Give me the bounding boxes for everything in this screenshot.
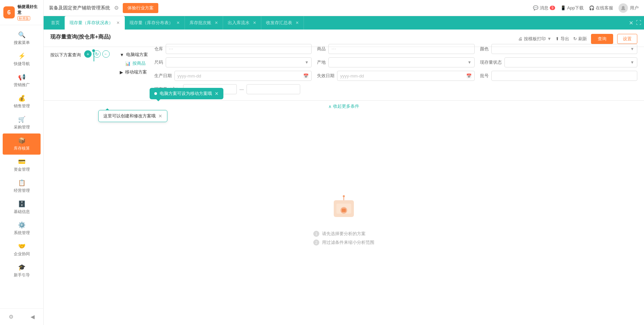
nav-label: 快捷导航 xyxy=(14,61,30,67)
sidebar-item-marketing[interactable]: 📢 营销推广 xyxy=(0,70,43,91)
header-settings-icon[interactable]: ⚙ xyxy=(114,5,119,11)
warehouse-select[interactable]: ··· xyxy=(166,44,312,54)
set-button[interactable]: 设置 xyxy=(617,34,637,44)
back-scheme-btn[interactable]: ← xyxy=(102,50,110,58)
tab-collect[interactable]: 收发存汇总表 ✕ xyxy=(261,16,304,30)
tab-close-btn[interactable]: ✕ xyxy=(116,20,120,25)
inventory-max-input[interactable] xyxy=(247,84,300,94)
nav-label: 搜索菜单 xyxy=(14,40,30,46)
desktop-scheme[interactable]: ▼ 电脑端方案 xyxy=(120,50,148,59)
goods-select[interactable]: ··· xyxy=(328,44,474,54)
sidebar-item-search[interactable]: 🔍 搜索菜单 xyxy=(0,28,43,49)
dropdown-arrow: ▼ xyxy=(630,60,634,65)
tab-home[interactable]: 首页 xyxy=(46,16,65,30)
tab-close-btn[interactable]: ✕ xyxy=(253,20,256,25)
experience-btn[interactable]: 体验行业方案 xyxy=(123,3,158,13)
sales-icon: 💰 xyxy=(18,95,25,102)
mobile-scheme[interactable]: ▶ 移动端方案 xyxy=(120,68,148,76)
header-left: 装备及固定资产辅助管理系统 ⚙ 体验行业方案 xyxy=(49,3,158,13)
popover-text: 电脑方案可设为移动方案哦 xyxy=(160,91,212,97)
size-label: 尺码 xyxy=(154,59,163,65)
logo-icon: 6 xyxy=(3,6,15,18)
filter-section: 按以下方案查询 + ↻ ← ▼ 电脑端方案 xyxy=(44,47,644,101)
add-scheme-btn[interactable]: + xyxy=(84,50,92,58)
tab-batch[interactable]: 库存批次账 ✕ xyxy=(185,16,223,30)
desktop-scheme-label: 电脑端方案 xyxy=(126,52,148,58)
operation-icon: 📋 xyxy=(18,179,25,186)
nav-label: 营销推广 xyxy=(14,82,30,88)
product-date-field: 生产日期 yyyy-mm-dd 📅 xyxy=(154,71,312,81)
warehouse-field: 仓库 ··· xyxy=(154,44,312,54)
tab-close-btn[interactable]: ✕ xyxy=(176,20,180,25)
color-select[interactable]: ▼ xyxy=(491,44,637,54)
tab-inout[interactable]: 出入库流水 ✕ xyxy=(223,16,261,30)
sidebar-item-purchase[interactable]: 🛒 采购管理 xyxy=(0,112,43,133)
tab-close-btn[interactable]: ✕ xyxy=(215,20,218,25)
app-download-btn[interactable]: 📱 App下载 xyxy=(560,5,584,11)
guide-icon: 🎓 xyxy=(18,264,25,271)
tab-inventory-dist[interactable]: 现存量（库存分布表） ✕ xyxy=(125,16,185,30)
quick-icon: ⚡ xyxy=(18,52,25,60)
svg-rect-4 xyxy=(342,209,346,212)
expire-date-input[interactable]: yyyy-mm-dd 📅 xyxy=(337,71,474,81)
content-area: 现存量查询(按仓库+商品) 🖨 按模板打印 ▼ ⬆ 导出 ↻ 刷新 查询 设置 xyxy=(44,30,644,325)
sidebar-item-system[interactable]: ⚙️ 系统管理 xyxy=(0,218,43,239)
filter-row-2: 尺码 ▼ 产地 ▼ 现存量状态 xyxy=(154,57,637,67)
settings-bottom-btn[interactable]: ⚙ xyxy=(7,312,15,322)
sidebar-item-basic[interactable]: 🗄️ 基础信息 xyxy=(0,197,43,218)
dropdown-arrow: ▼ xyxy=(305,60,309,65)
popover-desktop-scheme: 电脑方案可设为移动方案哦 ✕ xyxy=(150,88,223,99)
sidebar-item-inventory[interactable]: 📦 库存核算 xyxy=(3,133,41,155)
inventory-status-select[interactable]: ▼ xyxy=(504,57,637,67)
batch-no-input[interactable] xyxy=(491,71,637,81)
range-separator: — xyxy=(239,87,244,92)
sidebar-bottom: ⚙ ◀ xyxy=(0,308,43,325)
export-btn[interactable]: ⬆ 导出 xyxy=(555,36,569,42)
refresh-btn[interactable]: ↻ 刷新 xyxy=(573,36,587,42)
mobile-scheme-label: 移动端方案 xyxy=(125,69,147,75)
collapse-sidebar-btn[interactable]: ◀ xyxy=(29,312,36,322)
tooltip-text: 这里可以创建和修改方案哦 xyxy=(103,113,156,119)
calendar-icon: 📅 xyxy=(303,73,309,78)
nav-label: 新手引导 xyxy=(14,272,30,278)
user-info[interactable]: 用户 xyxy=(619,3,639,13)
enterprise-icon: 🤝 xyxy=(18,242,25,250)
system-name: 装备及固定资产辅助管理系统 xyxy=(49,5,110,11)
nav-label: 系统管理 xyxy=(14,230,30,236)
popover-create-scheme: 这里可以创建和修改方案哦 ✕ xyxy=(98,110,167,122)
sidebar-item-quick[interactable]: ⚡ 快捷导航 xyxy=(0,49,43,70)
tab-close-btn[interactable]: ✕ xyxy=(296,20,299,25)
online-service-btn[interactable]: 🎧 在线客服 xyxy=(589,5,613,11)
mobile-scheme-arrow: ▶ xyxy=(120,70,123,75)
tab-label: 库存批次账 xyxy=(190,20,211,26)
tab-fullscreen-btn[interactable]: ⛶ xyxy=(636,20,641,26)
system-icon: ⚙️ xyxy=(18,221,25,229)
origin-field: 产地 ▼ xyxy=(317,57,474,67)
tab-inventory-status[interactable]: 现存量（库存状况表） ✕ xyxy=(65,16,125,30)
sidebar-item-sales[interactable]: 💰 销售管理 xyxy=(0,91,43,112)
origin-select[interactable]: ▼ xyxy=(328,57,474,67)
popover-close-btn[interactable]: ✕ xyxy=(215,91,219,96)
nav-label: 经营管理 xyxy=(14,188,30,194)
print-btn[interactable]: 🖨 按模板打印 ▼ xyxy=(518,36,551,42)
sidebar-item-operation[interactable]: 📋 经营管理 xyxy=(0,176,43,197)
product-date-input[interactable]: yyyy-mm-dd 📅 xyxy=(174,71,312,81)
top-header: 装备及固定资产辅助管理系统 ⚙ 体验行业方案 💬 消息 9 📱 App下载 🎧 … xyxy=(44,0,644,16)
message-btn[interactable]: 💬 消息 9 xyxy=(533,5,555,11)
export-label: 导出 xyxy=(560,36,569,42)
tab-close-all-btn[interactable]: ✕ xyxy=(629,20,633,26)
logo-name: 畅捷通好生意 xyxy=(17,4,40,15)
app-icon: 📱 xyxy=(560,5,566,10)
refresh-icon: ↻ xyxy=(573,36,577,41)
sidebar-item-finance[interactable]: 💳 资金管理 xyxy=(0,155,43,176)
tab-label: 出入库流水 xyxy=(228,20,250,26)
desktop-scheme-items: 📊 按商品 xyxy=(125,59,148,68)
tooltip-close-btn[interactable]: ✕ xyxy=(158,113,162,119)
query-button[interactable]: 查询 xyxy=(591,34,613,44)
sidebar-logo: 6 畅捷通好生意 标准版 xyxy=(0,0,43,25)
sidebar-item-guide[interactable]: 🎓 新手引导 xyxy=(0,260,43,281)
purchase-icon: 🛒 xyxy=(18,116,25,123)
size-select[interactable]: ▼ xyxy=(166,57,312,67)
scheme-item-goods[interactable]: 📊 按商品 xyxy=(125,59,148,68)
sidebar-item-enterprise[interactable]: 🤝 企业协同 xyxy=(0,239,43,260)
